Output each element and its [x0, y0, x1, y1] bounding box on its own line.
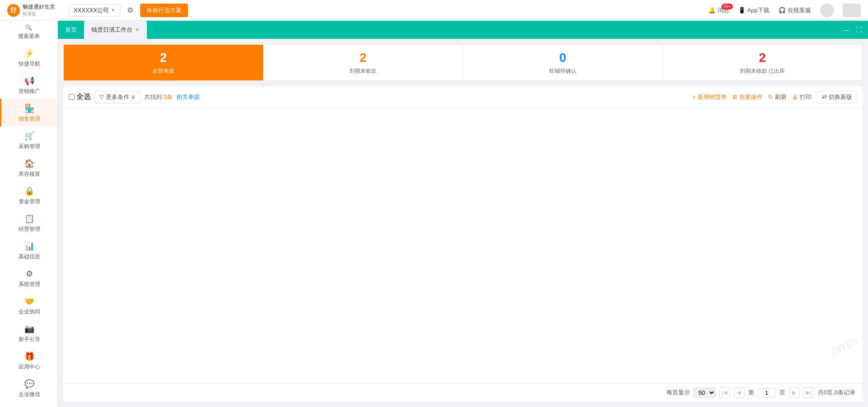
- logo-text: 畅捷通好生意 标准版: [23, 4, 55, 17]
- lock-icon: 🔒: [24, 186, 34, 196]
- flash-icon: ⚡: [24, 48, 34, 58]
- more-conditions-button[interactable]: ▽ 更多条件 ∨: [94, 91, 141, 103]
- logo-icon: 好: [7, 4, 20, 17]
- select-all-label[interactable]: 全选: [69, 92, 91, 102]
- content-area: 首页 钱货日清工作台 ✕ — ⛶ 2 全部单据 2 到期未收款: [58, 21, 868, 407]
- sidebar-item-system[interactable]: ⚙ 系统管理: [0, 264, 57, 292]
- sidebar-item-app-center[interactable]: 🎁 应用中心: [0, 347, 57, 374]
- print-button[interactable]: 🖨 打印: [792, 93, 811, 101]
- sidebar-item-tutorial[interactable]: 📷 新手引导: [0, 319, 57, 347]
- settings-icon[interactable]: ⚙: [124, 4, 137, 17]
- page-size-select[interactable]: 50: [693, 388, 716, 398]
- stat-card-overdue[interactable]: 2 到期未收款: [264, 45, 463, 80]
- sidebar-item-sales[interactable]: 🏪 销售管理: [0, 99, 57, 126]
- sidebar-item-purchase[interactable]: 🛒 采购管理: [0, 126, 57, 154]
- page-number-input[interactable]: 1: [758, 388, 776, 398]
- megaphone-icon: 📢: [24, 76, 34, 86]
- tab-close-icon[interactable]: ✕: [135, 27, 140, 33]
- table-area: [63, 108, 863, 383]
- sidebar-item-base-info[interactable]: 📊 基础信息: [0, 237, 57, 264]
- table-icon: 📊: [24, 241, 34, 251]
- sidebar: 🔍 搜索菜单 ⚡ 快捷导航 📢 营销推广 🏪 销售管理 🛒 采购管理 🏠 库存核…: [0, 21, 58, 407]
- guide-icon: 📷: [24, 324, 34, 334]
- messages-button[interactable]: 🔔 消息 99+: [708, 6, 729, 14]
- handshake-icon: 🤝: [24, 296, 34, 306]
- tab-maximize-icon[interactable]: ⛶: [854, 24, 864, 35]
- avatar[interactable]: [820, 4, 834, 17]
- tab-home[interactable]: 首页: [58, 21, 84, 39]
- toolbar: 全选 ▽ 更多条件 ∨ 共找到 0条 相关单据 + 新增销货单: [63, 86, 863, 108]
- house-icon: 🏠: [24, 159, 34, 168]
- app-download-button[interactable]: 📱 App下载: [738, 6, 769, 14]
- tab-bar: 首页 钱货日清工作台 ✕ — ⛶: [58, 21, 868, 39]
- print-icon: 🖨: [792, 94, 798, 100]
- cart-icon: 🛒: [24, 131, 34, 141]
- chevron-down-icon: ∨: [131, 94, 136, 100]
- download-icon: 📱: [738, 7, 745, 14]
- clipboard-icon: 📋: [24, 214, 34, 224]
- sidebar-item-inventory[interactable]: 🏠 库存核算: [0, 154, 57, 182]
- shop-icon: 🏪: [24, 103, 34, 113]
- sidebar-item-wechat-work[interactable]: 💬 企业微信: [0, 374, 57, 402]
- tab-minimize-icon[interactable]: —: [841, 24, 852, 35]
- found-text: 共找到 0条: [144, 93, 173, 101]
- sidebar-item-finance[interactable]: 🔒 资金管理: [0, 182, 57, 209]
- sidebar-item-operations[interactable]: 📋 经营管理: [0, 209, 57, 237]
- header-right: 🔔 消息 99+ 📱 App下载 🎧 在线客服: [708, 4, 861, 17]
- table-container: 全选 ▽ 更多条件 ∨ 共找到 0条 相关单据 + 新增销货单: [63, 86, 863, 402]
- sidebar-item-member[interactable]: 🔻 畅会员: [0, 402, 57, 407]
- company-selector[interactable]: XXXXXX公司 ▼: [69, 4, 120, 17]
- experience-button[interactable]: 体验行业方案: [140, 4, 188, 17]
- gear-icon: ⚙: [26, 269, 33, 279]
- batch-icon: ⊞: [732, 94, 737, 100]
- sidebar-item-marketing[interactable]: 📢 营销推广: [0, 71, 57, 99]
- user-name-area[interactable]: [843, 4, 861, 17]
- gift-icon: 🎁: [24, 351, 34, 361]
- tab-bar-actions: — ⛶: [841, 24, 868, 35]
- prev-page-button[interactable]: ◀: [734, 387, 745, 398]
- switch-new-button[interactable]: ⇄ 切换新版: [817, 91, 857, 103]
- refresh-button[interactable]: ↻ 刷新: [768, 93, 787, 101]
- chat-icon: 💬: [24, 379, 34, 389]
- pagination-bar: 每页显示 50 |◀ ◀ 第 1 页 ▶ ▶| 共0页,0条记录: [63, 383, 863, 402]
- stats-row: 2 全部单据 2 到期未收款 0 旺辅待确认 2 到期未收款 已出库: [63, 44, 863, 81]
- first-page-button[interactable]: |◀: [719, 387, 730, 398]
- new-sales-button[interactable]: + 新增销货单: [693, 93, 727, 101]
- related-orders-link[interactable]: 相关单据: [176, 93, 200, 101]
- page-content: 2 全部单据 2 到期未收款 0 旺辅待确认 2 到期未收款 已出库: [58, 39, 868, 407]
- sidebar-item-enterprise-collab[interactable]: 🤝 企业协同: [0, 292, 57, 319]
- last-page-button[interactable]: ▶|: [803, 387, 814, 398]
- select-all-checkbox[interactable]: [69, 94, 75, 100]
- filter-icon: ▽: [99, 94, 104, 100]
- headset-icon: 🎧: [778, 7, 786, 14]
- tab-work-bench[interactable]: 钱货日清工作台 ✕: [84, 21, 147, 39]
- main-layout: 🔍 搜索菜单 ⚡ 快捷导航 📢 营销推广 🏪 销售管理 🛒 采购管理 🏠 库存核…: [0, 21, 868, 407]
- refresh-icon: ↻: [768, 94, 773, 100]
- search-icon: 🔍: [25, 24, 32, 31]
- stat-card-all[interactable]: 2 全部单据: [64, 45, 264, 80]
- batch-ops-button[interactable]: ⊞ 批量操作: [732, 93, 763, 101]
- stat-card-wangfu[interactable]: 0 旺辅待确认: [463, 45, 663, 80]
- stat-card-overdue-shipped[interactable]: 2 到期未收款 已出库: [663, 45, 862, 80]
- logo-area: 好 畅捷通好生意 标准版: [7, 4, 65, 17]
- toolbar-right: + 新增销货单 ⊞ 批量操作 ↻ 刷新 🖨 打印: [693, 91, 857, 103]
- online-service-button[interactable]: 🎧 在线客服: [778, 6, 811, 14]
- switch-icon: ⇄: [822, 94, 827, 100]
- sidebar-search[interactable]: 🔍 搜索菜单: [0, 21, 57, 44]
- sidebar-item-quick-nav[interactable]: ⚡ 快捷导航: [0, 44, 57, 71]
- bell-icon: 🔔: [708, 7, 716, 14]
- top-header: 好 畅捷通好生意 标准版 XXXXXX公司 ▼ ⚙ 体验行业方案 🔔 消息 99…: [0, 0, 868, 21]
- chevron-down-icon: ▼: [111, 8, 115, 13]
- next-page-button[interactable]: ▶: [789, 387, 800, 398]
